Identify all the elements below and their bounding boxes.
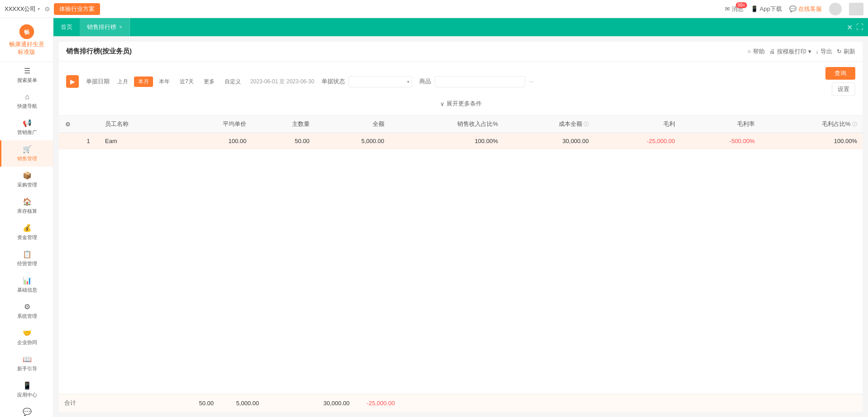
table-container: ⚙ 员工名称 平均单价 主数量 全额 销售收入占比% 成本全额 ⓘ 毛利 毛利率 xyxy=(59,115,863,394)
th-gross-pct: 毛利占比% ⓘ xyxy=(760,115,863,133)
expand-label: 展开更多条件 xyxy=(446,100,482,108)
tab-close-icon[interactable]: × xyxy=(119,24,122,30)
sidebar-item-marketing[interactable]: 📢 营销推广 xyxy=(0,114,53,140)
th-qty: 主数量 xyxy=(252,115,315,133)
wechat-icon: 💬 xyxy=(23,407,32,416)
sidebar: 畅 畅康通好生意 标准版 ☰ 搜索菜单 ⌂ 快捷导航 📢 营销推广 🛒 销售管理… xyxy=(0,18,53,417)
date-tag-this-year[interactable]: 本年 xyxy=(155,77,174,87)
footer-cost: 30,000.00 xyxy=(313,400,350,407)
company-selector[interactable]: XXXXX公司 ▾ xyxy=(5,5,40,13)
finance-icon: 💰 xyxy=(23,224,32,232)
sidebar-item-system[interactable]: ⚙ 系统管理 xyxy=(0,298,53,324)
sidebar-item-inventory[interactable]: 🏠 库存核算 xyxy=(0,193,53,219)
enterprise-icon: 🤝 xyxy=(23,329,32,337)
user-name-display xyxy=(849,3,863,15)
table-footer: 合计 50.00 5,000.00 30,000.00 -25,000.00 xyxy=(59,394,863,412)
cell-cost: 30,000.00 xyxy=(504,133,594,149)
operation-icon: 📋 xyxy=(23,250,32,259)
tab-home[interactable]: 首页 xyxy=(53,18,80,36)
page-content: 销售排行榜(按业务员) ○ 帮助 🖨 按模板打印 ▾ ↓ xyxy=(53,36,868,417)
cell-sales-pct: 100.00% xyxy=(390,133,504,149)
tab-sales-ranking[interactable]: 销售排行榜 × xyxy=(80,18,130,36)
help-icon: ○ xyxy=(748,48,751,55)
sidebar-item-guide[interactable]: 📖 新手引导 xyxy=(0,350,53,377)
sidebar-item-basicinfo[interactable]: 📊 基础信息 xyxy=(0,272,53,298)
date-filter: 单据日期 上月 本月 本年 近7天 更多 自定义 2023-06-01 至 20… xyxy=(86,77,314,87)
query-button[interactable]: 查询 xyxy=(825,67,855,80)
tab-label: 销售排行榜 xyxy=(87,23,116,31)
th-amount: 全额 xyxy=(315,115,390,133)
online-service-button[interactable]: 💬 在线客服 xyxy=(789,5,822,13)
logo-icon: 畅 xyxy=(19,24,35,40)
service-icon: 💬 xyxy=(789,5,796,12)
sidebar-item-enterprise[interactable]: 🤝 企业协同 xyxy=(0,324,53,350)
sales-icon: 🛒 xyxy=(23,145,32,153)
system-icon: ⚙ xyxy=(24,302,30,311)
refresh-button[interactable]: ↻ 刷新 xyxy=(837,48,855,56)
content-area: 首页 销售排行榜 × ✕ ⛶ 销售排行榜(按业务员) ○ 帮助 xyxy=(53,18,868,417)
tabbar-right: ✕ ⛶ xyxy=(847,23,868,32)
sidebar-item-operation[interactable]: 📋 经营管理 xyxy=(0,245,53,272)
marketing-icon: 📢 xyxy=(23,119,32,127)
th-cost: 成本全额 ⓘ xyxy=(504,115,594,133)
guide-icon: 📖 xyxy=(23,355,32,364)
sidebar-item-purchase[interactable]: 📦 采购管理 xyxy=(0,167,53,193)
message-button[interactable]: ✉ 消息 99+ xyxy=(725,5,743,13)
table-row: 1 Eam 100.00 50.00 5,000.00 100.00% 30,0… xyxy=(59,133,863,149)
sidebar-item-quicknav[interactable]: ⌂ 快捷导航 xyxy=(0,88,53,114)
sidebar-item-sales[interactable]: 🛒 销售管理 xyxy=(0,140,53,167)
page-card: 销售排行榜(按业务员) ○ 帮助 🖨 按模板打印 ▾ ↓ xyxy=(59,42,863,412)
sidebar-item-search[interactable]: ☰ 搜索菜单 xyxy=(0,62,53,88)
filter-toggle-button[interactable]: ▶ xyxy=(66,75,79,88)
export-button[interactable]: ↓ 导出 xyxy=(816,48,833,56)
date-tag-this-month[interactable]: 本月 xyxy=(134,77,153,87)
date-tag-custom[interactable]: 自定义 xyxy=(221,77,245,87)
help-button[interactable]: ○ 帮助 xyxy=(748,48,765,56)
date-tag-last-month[interactable]: 上月 xyxy=(113,77,132,87)
th-settings: ⚙ xyxy=(59,115,77,133)
page-title: 销售排行榜(按业务员) xyxy=(66,47,748,56)
sidebar-item-appcenter[interactable]: 📱 应用中心 xyxy=(0,377,53,403)
date-tag-7days[interactable]: 近7天 xyxy=(176,77,198,87)
message-icon: ✉ xyxy=(725,5,730,12)
print-button[interactable]: 🖨 按模板打印 ▾ xyxy=(769,48,811,56)
page-header: 销售排行榜(按业务员) ○ 帮助 🖨 按模板打印 ▾ ↓ xyxy=(59,42,863,62)
th-sales-pct: 销售收入占比% xyxy=(390,115,504,133)
trial-button[interactable]: 体验行业方案 xyxy=(54,3,100,15)
company-chevron: ▾ xyxy=(38,6,40,11)
filter-area: ▶ 单据日期 上月 本月 本年 近7天 更多 自定义 xyxy=(59,62,863,115)
sidebar-item-wechat[interactable]: 💬 企业微信 xyxy=(0,403,53,417)
topbar-settings-icon[interactable]: ⚙ xyxy=(44,5,50,13)
quicknav-icon: ⌂ xyxy=(25,93,29,101)
cell-rank: 1 xyxy=(77,133,100,149)
status-select[interactable] xyxy=(349,76,412,87)
app-download-button[interactable]: 📱 App下载 xyxy=(751,5,782,13)
print-chevron-icon: ▾ xyxy=(808,48,811,55)
tab-maximize-icon[interactable]: ⛶ xyxy=(856,23,863,31)
date-range-text: 2023-06-01 至 2023-06-30 xyxy=(250,78,314,86)
cell-gross-pct: 100.00% xyxy=(760,133,863,149)
goods-label: 商品 xyxy=(419,77,431,86)
goods-more-icon[interactable]: ··· xyxy=(529,78,533,85)
settings-button[interactable]: 设置 xyxy=(832,82,855,96)
basicinfo-icon: 📊 xyxy=(23,276,32,285)
status-select-wrapper xyxy=(349,76,412,87)
app-icon: 📱 xyxy=(751,5,758,12)
print-icon: 🖨 xyxy=(769,48,775,55)
expand-row: ∨ 展开更多条件 xyxy=(66,96,855,110)
goods-input[interactable] xyxy=(435,76,525,87)
th-avg-price: 平均单价 xyxy=(176,115,252,133)
date-tag-more[interactable]: 更多 xyxy=(200,77,219,87)
svg-text:畅: 畅 xyxy=(24,29,29,35)
th-gross-rate: 毛利率 xyxy=(681,115,760,133)
grosspct-info-icon: ⓘ xyxy=(852,121,857,127)
expand-conditions-button[interactable]: ∨ 展开更多条件 xyxy=(440,100,482,108)
tab-close-window-icon[interactable]: ✕ xyxy=(847,23,853,32)
sidebar-item-finance[interactable]: 💰 资金管理 xyxy=(0,219,53,245)
avatar[interactable] xyxy=(829,3,842,15)
cell-gross-rate: -500.00% xyxy=(681,133,760,149)
goods-filter: 商品 ··· xyxy=(419,76,533,87)
th-rank xyxy=(77,115,100,133)
service-label: 在线客服 xyxy=(798,5,822,13)
cell-gross: -25,000.00 xyxy=(594,133,681,149)
